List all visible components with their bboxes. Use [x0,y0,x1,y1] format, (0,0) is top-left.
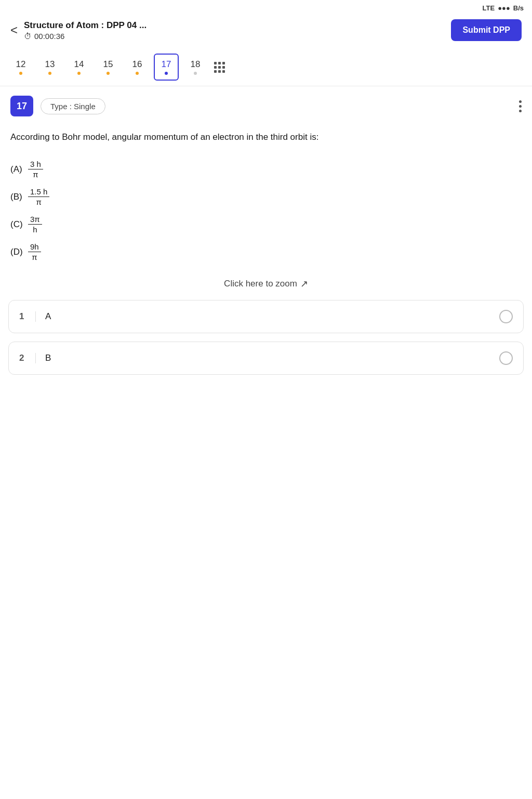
option-D-denominator: π [30,252,39,261]
option-C-math: 3π h [28,215,42,234]
answer-radio-1[interactable] [499,310,513,323]
option-A: (A) 3 h π [10,160,522,179]
lte-indicator: LTE [483,4,495,12]
question-type-badge: Type : Single [41,98,105,114]
q-nav-label: 18 [191,59,201,70]
q-nav-item-13[interactable]: 13 [37,54,62,81]
option-A-denominator: π [31,169,40,179]
header-title: Structure of Atom : DPP 04 ... ⏱ 00:00:3… [24,20,147,41]
q-nav-dot [136,72,139,75]
grid-dot [218,70,221,73]
option-B-label: (B) [10,192,23,202]
option-B-numerator: 1.5 h [28,187,49,197]
back-button[interactable]: < [10,23,18,37]
grid-dot [214,66,217,69]
q-nav-item-16[interactable]: 16 [125,54,150,81]
option-D-numerator: 9h [28,242,41,252]
battery-indicator: B/s [513,4,524,12]
q-nav-dot [165,72,168,75]
options-list: (A) 3 h π (B) 1.5 h π (C) 3π h (D) 9h π [0,160,532,261]
q-nav-dot [77,72,81,75]
option-A-math: 3 h π [28,160,43,179]
question-number-badge: 17 [10,96,33,116]
answer-options: 1 A 2 B [0,300,532,383]
option-D-label: (D) [10,247,23,257]
grid-dot [218,66,221,69]
grid-dot [222,66,225,69]
header-timer: ⏱ 00:00:36 [24,32,147,41]
q-nav-label: 15 [103,59,113,70]
option-D: (D) 9h π [10,242,522,261]
answer-label-1: A [45,311,499,322]
timer-value: 00:00:36 [34,32,64,41]
option-C: (C) 3π h [10,215,522,234]
answer-radio-2[interactable] [499,351,513,365]
q-nav-label: 16 [132,59,142,70]
grid-dot [222,62,225,64]
header: < Structure of Atom : DPP 04 ... ⏱ 00:00… [0,14,532,48]
menu-dot [519,105,522,108]
q-nav-item-15[interactable]: 15 [96,54,121,81]
option-A-numerator: 3 h [28,160,43,169]
q-nav-label: 14 [74,59,84,70]
answer-num-2: 2 [19,353,36,363]
grid-dot [214,70,217,73]
signal-bars: ●●● [498,4,510,12]
grid-dot [214,62,217,64]
q-nav-item-17[interactable]: 17 [154,54,179,81]
option-C-label: (C) [10,219,23,230]
status-icons: LTE ●●● B/s [483,4,524,12]
option-B-denominator: π [34,197,44,206]
submit-button[interactable]: Submit DPP [451,19,522,41]
menu-dot [519,110,522,112]
q-nav-dot [19,72,22,75]
menu-dot [519,100,522,103]
zoom-text: Click here to zoom [224,279,297,289]
q-nav-label: 13 [45,59,55,70]
q-nav-dot [194,72,197,75]
answer-option-2[interactable]: 2 B [8,342,524,375]
question-type-row: 17 Type : Single [0,86,532,122]
header-title-text: Structure of Atom : DPP 04 ... [24,20,147,31]
zoom-icon: ↗ [300,278,308,290]
question-content: According to Bohr model, angular momentu… [0,122,532,160]
q-nav-dot [107,72,110,75]
question-text: According to Bohr model, angular momentu… [10,130,522,144]
option-A-label: (A) [10,164,23,175]
question-grid-button[interactable] [214,62,225,73]
answer-num-1: 1 [19,311,36,322]
q-nav-label: 17 [162,59,171,70]
header-left: < Structure of Atom : DPP 04 ... ⏱ 00:00… [10,20,147,41]
option-C-numerator: 3π [28,215,42,225]
zoom-button[interactable]: Click here to zoom ↗ [0,278,532,290]
option-B: (B) 1.5 h π [10,187,522,206]
question-menu-button[interactable] [519,100,522,112]
option-C-denominator: h [31,225,39,234]
q-nav-label: 12 [16,59,26,70]
option-D-math: 9h π [28,242,41,261]
grid-dot [222,70,225,73]
answer-label-2: B [45,353,499,363]
q-nav-item-12[interactable]: 12 [8,54,33,81]
timer-icon: ⏱ [24,32,32,41]
q-nav-dot [48,72,51,75]
grid-dot [218,62,221,64]
q-nav-item-14[interactable]: 14 [66,54,91,81]
answer-option-1[interactable]: 1 A [8,300,524,333]
q-nav-item-18[interactable]: 18 [183,54,208,81]
option-B-math: 1.5 h π [28,187,49,206]
question-navigation: 12 13 14 15 16 17 18 [0,48,532,86]
status-bar: LTE ●●● B/s [0,0,532,14]
